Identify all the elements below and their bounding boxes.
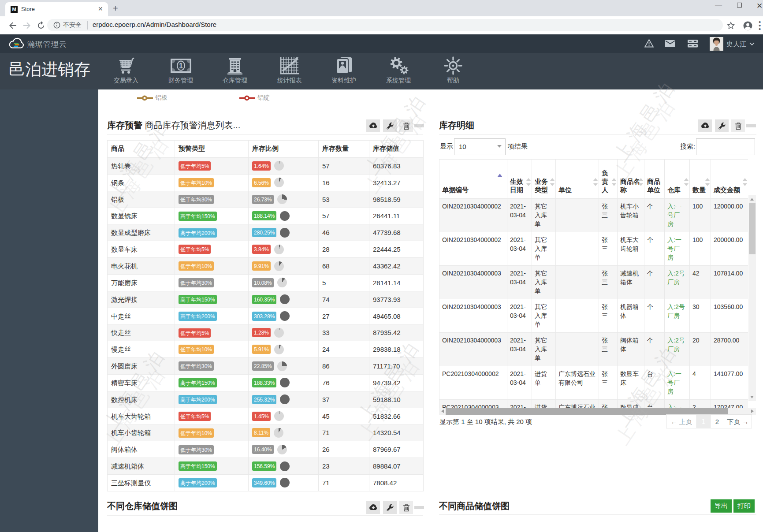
svg-text:1: 1	[179, 62, 182, 70]
